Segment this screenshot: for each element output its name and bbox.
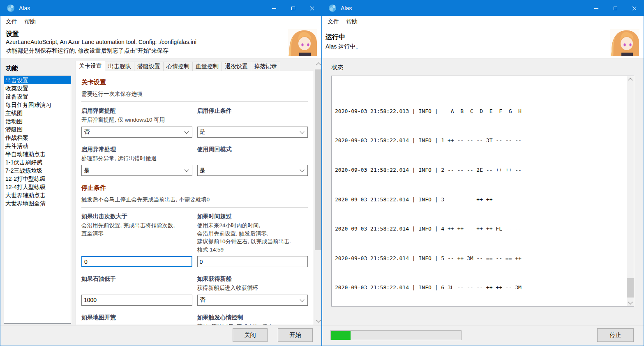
sidebar-item[interactable]: 1-1伏击刷好感	[4, 158, 71, 166]
page-title: 设置	[6, 30, 19, 39]
sidebar-item[interactable]: 出击设置	[4, 76, 71, 84]
enable-popup-select[interactable]: 否	[81, 127, 192, 138]
divider	[81, 101, 308, 102]
chevron-down-icon	[316, 318, 321, 322]
log-output: 2020-09-03 21:58:22.013 | INFO | A B C D…	[335, 78, 626, 305]
sidebar-item[interactable]: 大世界辅助点击	[4, 191, 71, 199]
close-window-button[interactable]	[302, 0, 321, 16]
tab-bar: 关卡设置 出击舰队 潜艇设置 心情控制 血量控制 退役设置 掉落记录	[76, 61, 280, 71]
sidebar-item[interactable]: 7-2三战拣垃圾	[4, 166, 71, 175]
loop-mode-select[interactable]: 是	[197, 165, 308, 176]
scroll-up-button[interactable]	[627, 76, 634, 83]
field-label: 如果触发心情控制	[197, 314, 308, 321]
menu-item-help[interactable]: 帮助	[24, 18, 36, 25]
log-line: 2020-09-03 21:58:22.014 | INFO | 1 ++ --…	[335, 137, 626, 144]
sidebar-item[interactable]: 主线图	[4, 109, 71, 117]
oil-input[interactable]	[81, 295, 192, 306]
app-icon	[7, 4, 15, 12]
maximize-button[interactable]	[284, 0, 302, 16]
divider	[81, 207, 308, 208]
field-description: 使用未来24小时内的时间, 会沿用先前设置, 触发后清零. 建议提前10分钟左右…	[197, 221, 308, 254]
menu-item-file[interactable]: 文件	[6, 18, 17, 25]
scrollbar-thumb[interactable]	[315, 69, 322, 250]
window-title: Alas	[341, 5, 352, 12]
sidebar-item[interactable]: 潜艇图	[4, 125, 71, 134]
field-label: 如果石油低于	[81, 275, 192, 283]
section-stop-conditions: 停止条件 触发后不会马上停止会先完成当前出击, 不需要就填0 如果出击次数大于 …	[81, 184, 308, 325]
sidebar-item[interactable]: 12-2打中型练级	[4, 175, 71, 183]
maximize-icon	[291, 7, 295, 10]
tab[interactable]: 潜艇设置	[134, 62, 164, 71]
scroll-up-button[interactable]	[315, 61, 322, 68]
settings-window: Alas 文件 帮助 设置 AzurLaneAutoScript, An Azu…	[0, 0, 322, 346]
menu-bar: 文件 帮助	[322, 16, 644, 28]
page-title: 运行中	[325, 33, 345, 42]
minimize-icon	[272, 8, 276, 9]
sidebar-item[interactable]: 作战档案	[4, 134, 71, 142]
tab[interactable]: 退役设置	[222, 62, 251, 71]
field-description	[81, 284, 192, 292]
select-value: 是	[84, 167, 90, 174]
field-label: 如果地图开荒	[81, 314, 192, 321]
log-scrollbar[interactable]	[627, 76, 634, 306]
new-ship-select[interactable]: 否	[197, 295, 308, 306]
footer-divider	[0, 325, 321, 325]
sidebar-item[interactable]: 半自动辅助点击	[4, 150, 71, 158]
close-window-button[interactable]	[625, 0, 644, 16]
count-input[interactable]	[81, 256, 192, 267]
scroll-down-button[interactable]	[315, 317, 322, 324]
page-header: 运行中 Alas 运行中。	[322, 28, 644, 58]
function-list: 出击设置 收菜设置 设备设置 每日任务困难演习 主线图 活动图 潜艇图 作战档案…	[4, 76, 71, 324]
tab[interactable]: 关卡设置	[76, 61, 105, 71]
section-description: 触发后不会马上停止会先完成当前出击, 不需要就填0	[81, 196, 308, 203]
sidebar-item[interactable]: 12-4打大型练级	[4, 183, 71, 191]
log-line: 2020-09-03 21:58:22.014 | INFO | 6 3L --…	[335, 284, 626, 291]
close-button[interactable]: 关闭	[233, 328, 268, 342]
select-value: 是	[200, 128, 205, 136]
page-header: 设置 AzurLaneAutoScript, An Azur Lane auto…	[0, 28, 321, 58]
maximize-button[interactable]	[606, 0, 625, 16]
progress-bar	[330, 330, 462, 340]
start-button[interactable]: 开始	[278, 328, 313, 342]
log-line: 2020-09-03 21:58:22.014 | INFO | 4 ++ ++…	[335, 225, 626, 233]
page-description: Alas 运行中。	[325, 43, 361, 51]
tab[interactable]: 血量控制	[192, 62, 222, 71]
sidebar-item[interactable]: 大世界地图全清	[4, 199, 71, 208]
sidebar-item[interactable]: 每日任务困难演习	[4, 101, 71, 109]
sidebar-item[interactable]: 收菜设置	[4, 84, 71, 92]
avatar	[288, 29, 317, 56]
field-description	[197, 155, 308, 163]
menu-item-help[interactable]: 帮助	[346, 18, 358, 25]
field-description: 开启弹窗提醒, 仅 windows10 可用	[81, 116, 192, 124]
sidebar-item[interactable]: 活动图	[4, 117, 71, 125]
exception-handling-select[interactable]: 是	[81, 165, 192, 176]
section-description: 需要运行一次来保存选项	[81, 90, 308, 98]
tab[interactable]: 出击舰队	[105, 62, 134, 71]
avatar	[610, 29, 639, 56]
close-icon	[632, 6, 637, 11]
tab[interactable]: 掉落记录	[251, 62, 280, 71]
field-label: 启用异常处理	[81, 146, 192, 153]
title-bar: Alas	[322, 0, 644, 16]
chevron-down-icon	[184, 129, 189, 134]
field-label: 启用弹窗提醒	[81, 107, 192, 115]
content-scrollbar[interactable]	[315, 61, 322, 324]
menu-item-file[interactable]: 文件	[328, 18, 339, 25]
field-label: 使用周回模式	[197, 146, 308, 153]
field-description: 获得新船后进入收获循环	[197, 284, 308, 292]
stop-button[interactable]: 停止	[597, 328, 634, 342]
window-controls	[587, 0, 644, 16]
sidebar-title: 功能	[6, 65, 18, 72]
tab[interactable]: 心情控制	[163, 62, 193, 71]
sidebar-item[interactable]: 共斗活动	[4, 142, 71, 150]
scroll-down-button[interactable]	[627, 299, 634, 306]
enable-stop-condition-select[interactable]: 是	[197, 127, 308, 138]
chevron-up-icon	[316, 62, 321, 67]
scrollbar-thumb[interactable]	[627, 278, 634, 298]
sidebar-item[interactable]: 设备设置	[4, 92, 71, 101]
field-description: 处理部分异常, 运行出错时撤退	[81, 155, 192, 163]
log-box[interactable]: 2020-09-03 21:58:22.013 | INFO | A B C D…	[331, 76, 634, 307]
time-input[interactable]	[197, 256, 308, 267]
minimize-button[interactable]	[265, 0, 284, 16]
minimize-button[interactable]	[587, 0, 606, 16]
